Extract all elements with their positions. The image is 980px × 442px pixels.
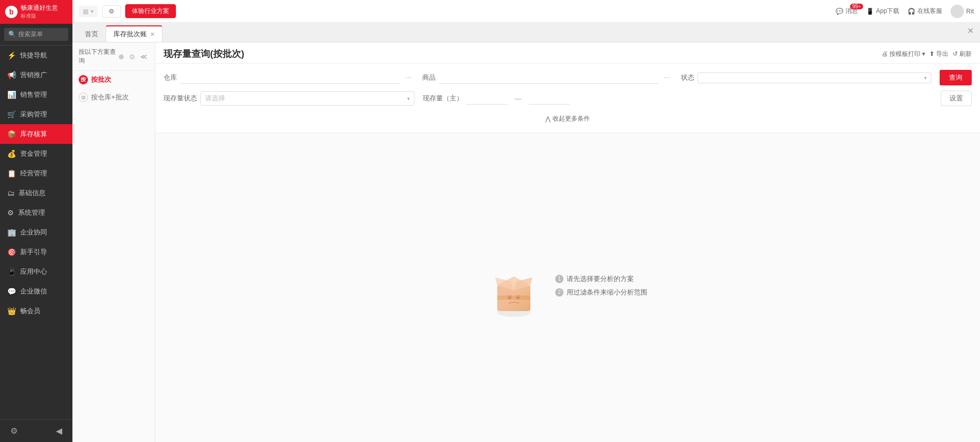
- stock-qty-max-input[interactable]: [529, 92, 570, 105]
- add-plan-btn[interactable]: ⊕: [117, 52, 125, 61]
- tab-close-icon[interactable]: ✕: [150, 31, 155, 38]
- sidebar-item-label: 经营管理: [20, 169, 47, 178]
- sidebar-item-label: 畅会员: [20, 306, 40, 316]
- stock-status-select[interactable]: 请选择 ▾: [200, 91, 414, 106]
- right-panel: 现存量查询(按批次) 🖨 按模板打印 ▾ ⬆ 导出 ↺ 刷新: [155, 42, 980, 442]
- app-center-icon: 📱: [7, 268, 16, 276]
- collapse-panel-btn[interactable]: ≪: [139, 52, 149, 61]
- empty-illustration: [488, 262, 540, 314]
- print-label: 按模板打印: [889, 50, 920, 58]
- purchase-icon: 🛒: [7, 110, 16, 119]
- plan-warehouse-batch-label: 按仓库+批次: [91, 93, 129, 102]
- export-btn[interactable]: ⬆ 导出: [929, 50, 948, 58]
- tab-home[interactable]: 首页: [78, 26, 106, 42]
- sidebar-item-system[interactable]: ⚙ 系统管理: [0, 203, 72, 223]
- sidebar-item-membership[interactable]: 👑 畅会员: [0, 301, 72, 321]
- app-edition: 标准版: [21, 12, 58, 20]
- experience-btn[interactable]: 体验行业方案: [125, 4, 176, 18]
- sidebar-item-wechat[interactable]: 💬 企业微信: [0, 282, 72, 301]
- enterprise-icon: 🏢: [7, 228, 16, 237]
- refresh-btn[interactable]: ↺ 刷新: [953, 50, 972, 58]
- sidebar-item-enterprise[interactable]: 🏢 企业协同: [0, 223, 72, 242]
- tip-num-2: 2: [555, 288, 563, 297]
- sidebar-item-label: 营销推广: [20, 70, 47, 80]
- gear-btn[interactable]: ⚙: [102, 5, 121, 18]
- manage-plan-btn[interactable]: ⊙: [128, 52, 136, 61]
- online-service-btn[interactable]: 🎧 在线客服: [908, 7, 942, 16]
- headset-icon: 🎧: [908, 8, 915, 15]
- sidebar-item-label: 新手引导: [20, 247, 47, 257]
- settings-btn[interactable]: ⚙: [7, 425, 21, 437]
- main-area: ▦ ▾ ⚙ 体验行业方案 💬 消息 99+ 📱 App下载 🎧 在线客服: [72, 0, 980, 442]
- sidebar-item-finance[interactable]: 💰 资金管理: [0, 144, 72, 164]
- empty-tip-1: 1 请先选择要分析的方案: [555, 274, 647, 284]
- sidebar-item-purchase[interactable]: 🛒 采购管理: [0, 105, 72, 124]
- sidebar-item-sales[interactable]: 📊 销售管理: [0, 85, 72, 105]
- refresh-icon: ↺: [953, 50, 958, 57]
- operations-icon: 📋: [7, 169, 16, 178]
- sidebar-item-newbie[interactable]: 🎯 新手引导: [0, 242, 72, 262]
- page-content: 按以下方案查询 ⊕ ⊙ ≪ 按 按批次 ⊙ 按仓库+批次 现存量查询(按批次): [72, 42, 980, 442]
- filter-stock-qty: 现存量（主） —: [423, 92, 674, 105]
- basic-icon: 🗂: [7, 189, 14, 197]
- filter-status: 状态 ▾: [681, 72, 931, 83]
- app-download-btn[interactable]: 📱 App下载: [866, 7, 899, 16]
- plan-batch-label: 按批次: [91, 75, 111, 84]
- export-label: 导出: [936, 50, 948, 58]
- sidebar-item-inventory[interactable]: 📦 库存核算: [0, 124, 72, 144]
- sidebar-header: b 畅康通好生意 标准版: [0, 0, 72, 24]
- setting-btn-label: 设置: [949, 94, 963, 102]
- empty-svg: [488, 262, 540, 319]
- setting-btn[interactable]: 设置: [941, 91, 972, 106]
- tabbar: 首页 库存批次账 ✕ ✕: [72, 23, 980, 42]
- filter-row-1: 仓库 ··· 商品 ··· 状态 ▾: [164, 70, 972, 85]
- topbar-right: 💬 消息 99+ 📱 App下载 🎧 在线客服 Rit: [836, 5, 974, 18]
- collapse-sidebar-btn[interactable]: ◀: [53, 425, 65, 437]
- left-panel-header-label: 按以下方案查询: [79, 48, 117, 65]
- message-icon: 💬: [836, 8, 843, 15]
- filter-stock-status: 现存量状态 请选择 ▾: [164, 91, 414, 106]
- sidebar-item-label: 快捷导航: [20, 51, 47, 60]
- warehouse-input[interactable]: [180, 71, 400, 84]
- stock-qty-min-input[interactable]: [466, 92, 508, 105]
- page-title: 现存量查询(按批次): [164, 48, 244, 60]
- search-menu-btn[interactable]: 🔍 搜索菜单: [4, 28, 68, 41]
- sidebar-item-operations[interactable]: 📋 经营管理: [0, 164, 72, 183]
- page-close-btn[interactable]: ✕: [967, 26, 974, 36]
- status-select[interactable]: ▾: [697, 72, 931, 83]
- username-label: Rit: [966, 8, 974, 15]
- empty-tip-2: 2 用过滤条件来缩小分析范围: [555, 288, 647, 297]
- sidebar-item-app-center[interactable]: 📱 应用中心: [0, 262, 72, 282]
- warehouse-dots-btn[interactable]: ···: [403, 72, 414, 83]
- tip-2-text: 用过滤条件来缩小分析范围: [567, 288, 647, 297]
- sidebar-nav: ⚡ 快捷导航 📢 营销推广 📊 销售管理 🛒 采购管理 📦 库存核算 💰 资金管…: [0, 46, 72, 419]
- sidebar-item-quick-nav[interactable]: ⚡ 快捷导航: [0, 46, 72, 65]
- app-logo: b: [5, 6, 18, 18]
- product-label: 商品: [422, 73, 436, 82]
- tab-inventory-batch[interactable]: 库存批次账 ✕: [106, 25, 162, 42]
- collapse-more-btn[interactable]: ⋀ 收起更多条件: [164, 111, 972, 126]
- user-info-btn[interactable]: Rit: [951, 5, 974, 18]
- sidebar-item-marketing[interactable]: 📢 营销推广: [0, 65, 72, 85]
- product-input[interactable]: [439, 71, 659, 84]
- plan-item-batch[interactable]: 按 按批次: [72, 71, 155, 89]
- search-icon: 🔍: [8, 31, 16, 38]
- query-btn-label: 查询: [949, 73, 962, 81]
- sidebar-item-basic[interactable]: 🗂 基础信息: [0, 183, 72, 203]
- refresh-label: 刷新: [959, 50, 972, 58]
- plan-item-warehouse-batch[interactable]: ⊙ 按仓库+批次: [72, 89, 155, 106]
- export-icon: ⬆: [929, 50, 934, 57]
- inventory-icon: 📦: [7, 130, 16, 138]
- status-label: 状态: [681, 73, 694, 82]
- query-btn[interactable]: 查询: [940, 70, 972, 85]
- messages-btn[interactable]: 💬 消息 99+: [836, 7, 858, 16]
- print-btn[interactable]: 🖨 按模板打印 ▾: [882, 50, 925, 58]
- status-dropdown-icon: ▾: [924, 75, 927, 81]
- sidebar-item-label: 基础信息: [19, 188, 46, 198]
- breadcrumb-text: ▦: [83, 8, 88, 15]
- online-service-label: 在线客服: [917, 7, 942, 16]
- stock-qty-separator: —: [511, 95, 526, 102]
- sidebar-item-label: 采购管理: [20, 110, 47, 119]
- sidebar-item-label: 资金管理: [20, 149, 47, 158]
- product-dots-btn[interactable]: ···: [662, 72, 673, 83]
